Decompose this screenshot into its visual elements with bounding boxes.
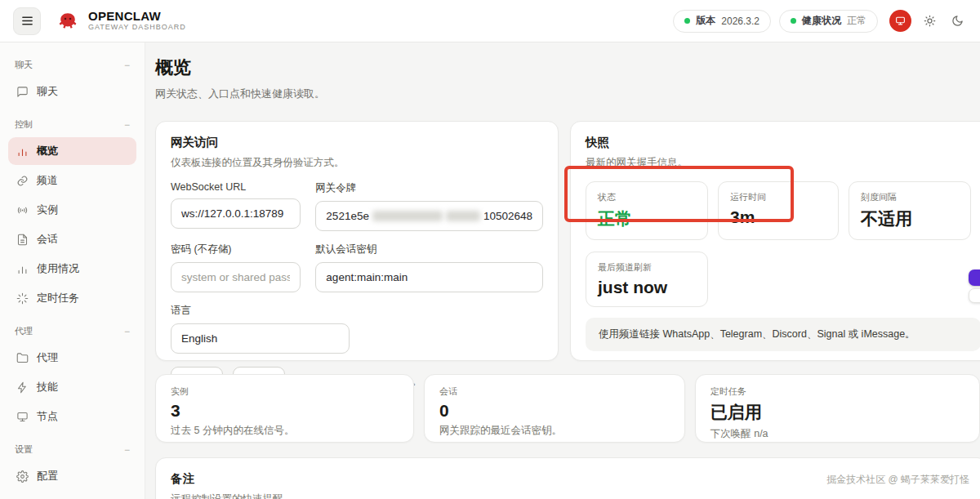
sidebar-item-cron[interactable]: 定时任务 (8, 284, 136, 312)
openclaw-crab-icon (56, 9, 80, 33)
sidebar-section: 代理 − 代理技能节点 (8, 317, 136, 430)
hamburger-menu-button[interactable] (13, 7, 41, 35)
language-label: 语言 (171, 304, 350, 318)
cron-status: 已启用 (710, 401, 964, 424)
session-key-label: 默认会话密钥 (315, 243, 543, 256)
snapshot-tile: 运行时间 3m (718, 181, 839, 240)
websocket-url-field: WebSocket URL (171, 181, 301, 231)
health-badge: 健康状况 正常 (779, 10, 878, 33)
sidebar-item-channels[interactable]: 频道 (8, 167, 136, 194)
token-masked-segment (446, 211, 480, 221)
sidebar-item-agents[interactable]: 代理 (8, 344, 136, 372)
sidebar-item-skills[interactable]: 技能 (8, 373, 136, 401)
collapse-icon[interactable]: − (124, 444, 130, 456)
sidebar-section: 聊天 − 聊天 (8, 51, 136, 105)
sidebar-section: 设置 − 配置调试日志 (8, 435, 136, 499)
notes-card: 备注 掘金技术社区 @ 蝎子莱莱爱打怪 远程控制设置的快速提醒。 (155, 457, 980, 499)
notes-card-title: 备注 (171, 471, 194, 487)
status-dot-icon (684, 18, 690, 24)
link-icon (16, 175, 29, 187)
sidebar-item-overview[interactable]: 概览 (8, 137, 136, 165)
instances-count: 3 (171, 401, 399, 421)
snapshot-tile: 状态 正常 (586, 181, 708, 240)
collapse-icon[interactable]: − (124, 119, 130, 131)
monitor-icon (895, 16, 906, 26)
app-subtitle: GATEWAY DASHBOARD (88, 23, 186, 32)
sidebar-item-nodes[interactable]: 节点 (8, 403, 136, 430)
snapshot-tile: 刻度间隔 不适用 (849, 181, 971, 240)
gateway-token-field: 网关令牌 2521e5e 10502648 (315, 181, 543, 231)
menu-icon (20, 14, 34, 28)
file-text-icon (16, 234, 29, 246)
password-input[interactable] (171, 262, 301, 292)
page-title: 概览 (155, 56, 980, 80)
edge-floating-widget (969, 270, 980, 303)
sidebar-item-sessions[interactable]: 会话 (8, 225, 136, 253)
sidebar-item-instances[interactable]: 实例 (8, 196, 136, 224)
message-square-icon (16, 86, 29, 98)
main-content: 概览 网关状态、入口点和快速健康读取。 网关访问 仪表板连接的位置及其身份验证方… (145, 42, 980, 499)
page-subtitle: 网关状态、入口点和快速健康读取。 (155, 87, 980, 101)
sidebar-section-header: 设置 − (8, 435, 136, 462)
floating-white-button[interactable] (969, 288, 980, 303)
snapshot-card-subtitle: 最新的网关握手信息。 (586, 156, 980, 170)
theme-light-button[interactable] (920, 11, 939, 31)
session-key-field: 默认会话密钥 (315, 243, 543, 292)
broadcast-icon (16, 204, 29, 216)
language-field: 语言 English (171, 304, 350, 354)
sidebar-section: 控制 − 概览频道实例会话使用情况定时任务 (8, 110, 136, 312)
collapse-icon[interactable]: − (124, 60, 130, 71)
token-masked-segment (372, 211, 443, 221)
gateway-access-card: 网关访问 仪表板连接的位置及其身份验证方式。 WebSocket URL 网关令… (155, 121, 559, 361)
instances-stat-card: 实例 3 过去 5 分钟内的在线信号。 (155, 374, 414, 443)
websocket-url-input[interactable] (171, 198, 301, 229)
token-suffix: 10502648 (483, 210, 532, 222)
watermark-text: 掘金技术社区 @ 蝎子莱莱爱打怪 (826, 473, 973, 487)
password-label: 密码 (不存储) (171, 243, 301, 256)
snapshot-card: 快照 最新的网关握手信息。 状态 正常运行时间 3m刻度间隔 不适用 最后频道刷… (570, 121, 980, 361)
moon-icon (951, 15, 964, 27)
app-logo: OPENCLAW GATEWAY DASHBOARD (56, 9, 186, 33)
session-key-input[interactable] (315, 262, 543, 292)
gateway-card-title: 网关访问 (171, 135, 543, 150)
sidebar-item-config[interactable]: 配置 (8, 462, 136, 490)
app-title: OPENCLAW (88, 10, 186, 24)
version-badge: 版本 2026.3.2 (673, 10, 771, 33)
collapse-icon[interactable]: − (124, 326, 130, 337)
loader-icon (16, 292, 29, 305)
token-prefix: 2521e5e (326, 210, 369, 222)
sessions-stat-card: 会话 0 网关跟踪的最近会话密钥。 (424, 374, 685, 443)
gateway-card-subtitle: 仪表板连接的位置及其身份验证方式。 (171, 156, 543, 170)
sidebar-item-chat[interactable]: 聊天 (8, 78, 136, 105)
sessions-count: 0 (439, 401, 670, 421)
sidebar-item-usage[interactable]: 使用情况 (8, 255, 136, 283)
language-select[interactable]: English (171, 323, 350, 354)
monitor-icon (16, 411, 29, 423)
sidebar-section-header: 代理 − (8, 317, 136, 344)
sidebar-section-header: 控制 − (8, 110, 136, 137)
gear-icon (16, 470, 29, 483)
folder-icon (16, 352, 29, 364)
bar-chart-icon (16, 145, 29, 158)
cron-stat-card: 定时任务 已启用 下次唤醒 n/a (695, 374, 980, 443)
snapshot-tile: 最后频道刷新 just now (586, 252, 708, 307)
channels-info-banner: 使用频道链接 WhatsApp、Telegram、Discord、Signal … (586, 318, 980, 351)
status-dot-icon (791, 18, 796, 24)
sidebar-section-header: 聊天 − (8, 51, 136, 78)
sidebar: 聊天 − 聊天 控制 − 概览频道实例会话使用情况定时任务 代理 − 代理技能节… (0, 42, 145, 499)
theme-system-button[interactable] (889, 10, 911, 32)
sidebar-item-debug[interactable]: 调试 (8, 492, 136, 499)
sun-icon (924, 15, 936, 27)
theme-dark-button[interactable] (947, 11, 967, 31)
version-value: 2026.3.2 (721, 16, 760, 27)
gateway-token-input[interactable]: 2521e5e 10502648 (315, 201, 543, 231)
password-field: 密码 (不存储) (171, 243, 301, 292)
zap-icon (16, 381, 29, 394)
notes-card-subtitle: 远程控制设置的快速提醒。 (171, 492, 973, 499)
websocket-url-label: WebSocket URL (171, 181, 301, 193)
health-value: 正常 (847, 14, 866, 28)
gateway-token-label: 网关令牌 (315, 181, 543, 195)
floating-purple-button[interactable] (969, 270, 980, 286)
snapshot-card-title: 快照 (586, 135, 980, 150)
top-bar: OPENCLAW GATEWAY DASHBOARD 版本 2026.3.2 健… (0, 0, 980, 42)
